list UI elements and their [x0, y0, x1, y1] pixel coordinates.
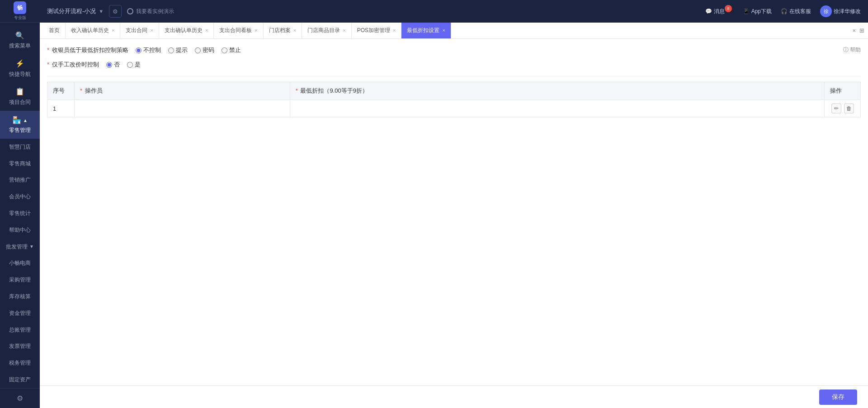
settings-icon[interactable]: ⚙ [17, 394, 23, 403]
tab-close-icon[interactable]: × [112, 28, 114, 33]
tab-store-file[interactable]: 门店档案 × [264, 23, 302, 39]
sidebar-item-label: 会员中心 [9, 193, 31, 201]
td-seq: 1 [47, 100, 75, 117]
app-download-button[interactable]: 📱 App下载 [743, 8, 772, 15]
sidebar-nav: 🔍 搜索菜单 ⚡ 快捷导航 📋 项目合同 🏪 ▲ 零售管理 智慧门店 零售商城 … [0, 23, 40, 388]
logo-edition: 专业版 [14, 15, 26, 21]
tab-pos-encrypt[interactable]: POS加密管理 × [352, 23, 402, 39]
main-area: 测试分开流程-小况 ▼ ⚙ 我要看实例演示 💬 消息 8 📱 App下载 🎧 在… [40, 0, 868, 408]
tab-label: 门店档案 [269, 27, 291, 34]
sidebar-item-label: 资金管理 [9, 310, 31, 317]
tab-label: 门店商品目录 [307, 27, 340, 34]
manual-price-radio-group: 否 是 [106, 61, 141, 69]
tab-close-all-icon[interactable]: × [852, 27, 856, 34]
radio-yes[interactable]: 是 [127, 61, 141, 69]
sidebar-item-search[interactable]: 🔍 搜索菜单 [0, 26, 40, 54]
tab-home[interactable]: 首页 [43, 23, 66, 39]
sidebar-item-label: 快捷导航 [9, 70, 31, 78]
sidebar-item-member[interactable]: 会员中心 [0, 188, 40, 205]
tab-close-icon[interactable]: × [205, 28, 208, 33]
sidebar-item-label: 库存核算 [9, 293, 31, 300]
radio-password[interactable]: 密码 [195, 46, 214, 54]
app-download-label: App下载 [751, 8, 772, 15]
form-section: * 收银员低于最低折扣控制策略 不控制 提示 [47, 46, 861, 76]
table-header: 序号 * 操作员 * 最低折扣（9.00等于9折） 操作 [47, 82, 861, 100]
radio-forbid[interactable]: 禁止 [222, 46, 241, 54]
sidebar-item-marketing[interactable]: 营销推广 [0, 172, 40, 188]
online-service-button[interactable]: 🎧 在线客服 [781, 8, 811, 15]
sidebar-item-help-center[interactable]: 帮助中心 [0, 222, 40, 239]
user-menu[interactable]: 徐 徐泽华修改 [820, 5, 861, 17]
topbar-settings-button[interactable]: ⚙ [109, 5, 122, 18]
sidebar-item-label: 零售统计 [9, 210, 31, 217]
sidebar-item-label: 智慧门店 [9, 143, 31, 151]
message-button[interactable]: 💬 消息 8 [705, 8, 734, 15]
help-circle-icon: ⓘ [843, 46, 849, 54]
app-logo: 畅 专业版 [0, 0, 40, 23]
control-strategy-row: * 收银员低于最低折扣控制策略 不控制 提示 [47, 46, 861, 54]
sidebar-item-online-store[interactable]: 零售商城 [0, 155, 40, 172]
table-header-row: 序号 * 操作员 * 最低折扣（9.00等于9折） 操作 [47, 82, 861, 100]
sidebar-item-label: 营销推广 [9, 176, 31, 184]
sidebar-item-inventory[interactable]: 库存核算 [0, 288, 40, 305]
tabbar-controls: × ⊞ [852, 27, 864, 34]
tab-label: 支出合同看板 [219, 27, 252, 34]
retail-arrow-icon: ▲ [23, 117, 28, 124]
tab-close-icon[interactable]: × [293, 28, 296, 33]
edit-row-button[interactable]: ✏ [831, 103, 841, 113]
sidebar-item-assets[interactable]: 固定资产 [0, 371, 40, 388]
sidebar-item-label: 搜索菜单 [9, 42, 31, 50]
save-button[interactable]: 保存 [819, 389, 857, 405]
radio-no[interactable]: 否 [106, 61, 120, 69]
tab-more-icon[interactable]: ⊞ [859, 27, 864, 34]
tab-contract-board[interactable]: 支出合同看板 × [214, 23, 263, 39]
tab-min-discount[interactable]: 最低折扣设置 × [401, 23, 451, 39]
radio-hint[interactable]: 提示 [168, 46, 188, 54]
retail-nav-icon: 🏪 [12, 115, 21, 125]
tab-close-icon[interactable]: × [393, 28, 396, 33]
th-action: 操作 [825, 82, 861, 100]
sidebar-item-contract[interactable]: 📋 项目合同 [0, 82, 40, 110]
sidebar-item-label: 总账管理 [9, 326, 31, 334]
sidebar-item-label: 零售商城 [9, 160, 31, 168]
td-operator [75, 100, 290, 117]
sidebar-item-ledger[interactable]: 总账管理 [0, 322, 40, 338]
tab-label: 首页 [49, 27, 60, 34]
tab-close-icon[interactable]: × [150, 28, 153, 33]
tab-label: 收入确认单历史 [71, 27, 109, 34]
sidebar-item-finance[interactable]: 资金管理 [0, 305, 40, 322]
sidebar-item-smart-store[interactable]: 智慧门店 [0, 139, 40, 155]
demo-button[interactable]: 我要看实例演示 [127, 8, 174, 15]
radio-no-control[interactable]: 不控制 [136, 46, 161, 54]
tab-contract[interactable]: 支出合同 × [120, 23, 159, 39]
sidebar-item-label: 帮助中心 [9, 226, 31, 234]
sidebar-item-label: 批发管理 [6, 243, 28, 251]
sidebar-item-ecommerce[interactable]: 小畅电商 [0, 255, 40, 272]
tab-income-confirm[interactable]: 收入确认单历史 × [66, 23, 120, 39]
tab-close-icon[interactable]: × [343, 28, 345, 33]
th-discount: * 最低折扣（9.00等于9折） [290, 82, 824, 100]
tab-expense-confirm[interactable]: 支出确认单历史 × [159, 23, 214, 39]
tabbar: 首页 收入确认单历史 × 支出合同 × 支出确认单历史 × 支出合同看板 × 门… [40, 23, 868, 39]
content-area: ⓘ 帮助 * 收银员低于最低折扣控制策略 不控制 [40, 39, 868, 408]
sidebar-item-wholesale[interactable]: 批发管理 ▼ [0, 239, 40, 255]
sidebar-item-shortcut[interactable]: ⚡ 快捷导航 [0, 54, 40, 82]
logo-icon: 畅 [14, 1, 26, 14]
project-selector[interactable]: 测试分开流程-小况 ▼ [47, 7, 104, 15]
tab-close-active-icon[interactable]: × [442, 28, 445, 33]
sidebar-item-retail[interactable]: 🏪 ▲ 零售管理 [0, 111, 40, 139]
sidebar-item-retail-stats[interactable]: 零售统计 [0, 205, 40, 222]
sidebar-item-purchase[interactable]: 采购管理 [0, 272, 40, 288]
table-row: 1 ✏ 🗑 [47, 100, 861, 117]
delete-row-button[interactable]: 🗑 [844, 103, 854, 113]
tab-close-icon[interactable]: × [255, 28, 257, 33]
app-download-icon: 📱 [743, 8, 750, 14]
control-strategy-radio-group: 不控制 提示 密码 禁止 [136, 46, 241, 54]
help-button[interactable]: ⓘ 帮助 [843, 46, 861, 54]
sidebar-item-tax[interactable]: 税务管理 [0, 355, 40, 371]
help-label: 帮助 [850, 46, 861, 54]
demo-circle-icon [127, 8, 133, 14]
th-operator: * 操作员 [75, 82, 290, 100]
sidebar-item-invoice[interactable]: 发票管理 [0, 338, 40, 355]
tab-store-goods[interactable]: 门店商品目录 × [302, 23, 351, 39]
